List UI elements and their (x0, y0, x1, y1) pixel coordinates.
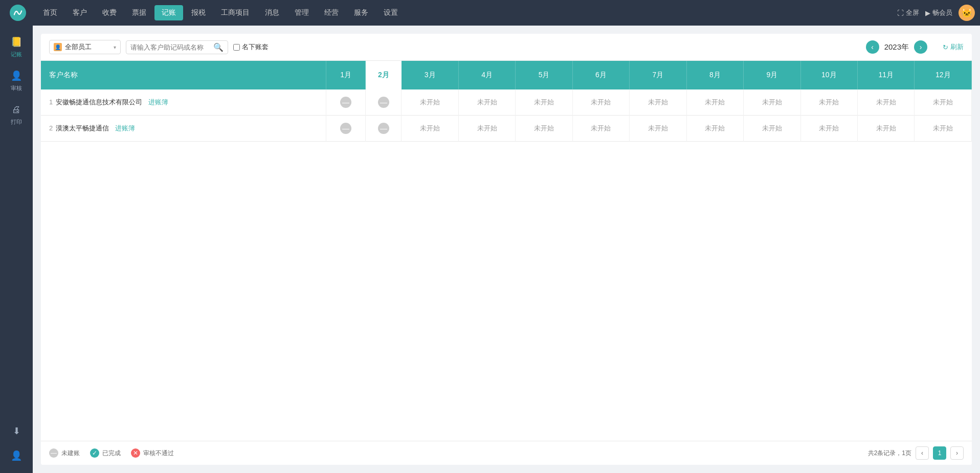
col-aug: 8月 (686, 61, 743, 89)
refresh-label: 刷新 (950, 42, 964, 52)
legend-rejected: ✕ 审核不通过 (131, 448, 174, 458)
month-cell: — (366, 89, 402, 116)
enter-ledger-link[interactable]: 进账簿 (148, 98, 168, 106)
sidebar-item-label-bookkeeping: 记账 (11, 51, 22, 58)
employee-select[interactable]: 👤 全部员工 ▾ (49, 40, 121, 54)
app-logo (5, 5, 31, 21)
nav-invoice[interactable]: 票据 (125, 5, 153, 20)
status-not-started: 未开始 (819, 98, 839, 106)
top-navigation: 首页 客户 收费 票据 记账 报税 工商项目 消息 管理 经营 服务 设置 ⛶ … (0, 0, 980, 26)
month-cell: — (326, 116, 366, 142)
own-accounts-checkbox[interactable] (233, 44, 240, 51)
status-dash-icon: — (378, 123, 389, 134)
nav-home[interactable]: 首页 (36, 5, 64, 20)
month-cell: 未开始 (915, 116, 972, 142)
col-nov: 11月 (858, 61, 915, 89)
nav-menu: 首页 客户 收费 票据 记账 报税 工商项目 消息 管理 经营 服务 设置 (36, 5, 897, 20)
nav-settings[interactable]: 设置 (376, 5, 405, 20)
month-cell: — (366, 116, 402, 142)
month-cell: 未开始 (630, 89, 686, 116)
legend-label-rejected: 审核不通过 (143, 449, 174, 458)
status-not-started: 未开始 (705, 98, 725, 106)
status-not-started: 未开始 (420, 98, 440, 106)
checkbox-own-accounts[interactable]: 名下账套 (233, 42, 269, 52)
status-not-started: 未开始 (876, 98, 896, 106)
fullscreen-button[interactable]: ⛶ 全屏 (897, 8, 919, 17)
month-cell: 未开始 (858, 89, 915, 116)
status-not-started: 未开始 (876, 124, 896, 132)
legend-dot-not-started: — (49, 448, 58, 458)
sidebar-item-print[interactable]: 🖨 打印 (0, 97, 33, 131)
next-year-button[interactable]: › (914, 40, 927, 54)
member-button[interactable]: ▶ 畅会员 (925, 8, 952, 17)
month-cell: 未开始 (686, 89, 743, 116)
month-cell: 未开始 (402, 89, 458, 116)
prev-page-button[interactable]: ‹ (916, 446, 929, 460)
status-dash-icon: — (378, 97, 389, 108)
month-cell: 未开始 (800, 116, 857, 142)
next-page-button[interactable]: › (950, 446, 964, 460)
row-index: 2 (49, 124, 53, 132)
col-apr: 4月 (458, 61, 515, 89)
nav-fee[interactable]: 收费 (95, 5, 124, 20)
fullscreen-label: 全屏 (906, 8, 919, 17)
client-cell: 2漠澳太平畅捷通信进账簿 (41, 116, 326, 142)
year-display: 2023年 (884, 42, 909, 52)
nav-tax[interactable]: 报税 (184, 5, 213, 20)
prev-year-button[interactable]: ‹ (866, 40, 879, 54)
sidebar-item-profile[interactable]: 👤 (0, 443, 33, 468)
download-icon: ⬇ (9, 424, 24, 438)
employee-icon: 👤 (54, 43, 62, 51)
data-table: 客户名称 1月 2月 3月 4月 5月 6月 7月 8月 9月 (41, 61, 972, 142)
status-not-started: 未开始 (477, 124, 497, 132)
nav-right-area: ⛶ 全屏 ▶ 畅会员 🐱 (897, 5, 975, 21)
status-not-started: 未开始 (705, 124, 725, 132)
sidebar-item-audit[interactable]: 👤 审核 (0, 63, 33, 97)
legend-label-not-started: 未建账 (61, 449, 80, 458)
toolbar: 👤 全部员工 ▾ 🔍 名下账套 ‹ 2023年 › (41, 34, 972, 61)
col-sep: 9月 (744, 61, 800, 89)
main-layout: 📒 记账 👤 审核 🖨 打印 ⬇ 👤 👤 全部员工 (0, 26, 980, 473)
legend-not-started: — 未建账 (49, 448, 80, 458)
user-avatar[interactable]: 🐱 (959, 5, 975, 21)
col-jul: 7月 (630, 61, 686, 89)
sidebar-item-download[interactable]: ⬇ (0, 419, 33, 443)
client-name: 漠澳太平畅捷通信 (56, 124, 109, 132)
member-label: 畅会员 (932, 8, 952, 17)
refresh-button[interactable]: ↻ 刷新 (943, 42, 964, 52)
audit-icon: 👤 (9, 69, 24, 83)
page-1-button[interactable]: 1 (933, 446, 946, 460)
month-cell: 未开始 (630, 116, 686, 142)
checkbox-label-text: 名下账套 (242, 42, 269, 52)
month-cell: 未开始 (572, 116, 629, 142)
col-mar: 3月 (402, 61, 458, 89)
member-icon: ▶ (925, 9, 930, 17)
status-not-started: 未开始 (762, 98, 782, 106)
nav-message[interactable]: 消息 (258, 5, 286, 20)
search-button[interactable]: 🔍 (211, 40, 226, 55)
nav-manage[interactable]: 管理 (287, 5, 316, 20)
col-feb: 2月 (366, 61, 402, 89)
status-not-started: 未开始 (591, 98, 611, 106)
nav-client[interactable]: 客户 (65, 5, 94, 20)
sidebar-item-bookkeeping[interactable]: 📒 记账 (0, 30, 33, 63)
month-cell: 未开始 (744, 89, 800, 116)
chevron-down-icon: ▾ (114, 44, 116, 50)
enter-ledger-link[interactable]: 进账簿 (115, 124, 135, 132)
fullscreen-icon: ⛶ (897, 9, 904, 17)
print-icon: 🖨 (9, 102, 24, 117)
nav-business[interactable]: 工商项目 (214, 5, 257, 20)
nav-bookkeeping[interactable]: 记账 (154, 5, 183, 20)
row-index: 1 (49, 98, 53, 106)
status-not-started: 未开始 (933, 124, 953, 132)
col-jun: 6月 (572, 61, 629, 89)
col-dec: 12月 (915, 61, 972, 89)
status-not-started: 未开始 (534, 98, 554, 106)
content-panel: 👤 全部员工 ▾ 🔍 名下账套 ‹ 2023年 › (41, 34, 972, 465)
legend-dot-completed: ✓ (90, 448, 99, 458)
status-not-started: 未开始 (420, 124, 440, 132)
nav-service[interactable]: 服务 (347, 5, 375, 20)
col-may: 5月 (516, 61, 572, 89)
nav-operation[interactable]: 经营 (317, 5, 346, 20)
legend-completed: ✓ 已完成 (90, 448, 121, 458)
